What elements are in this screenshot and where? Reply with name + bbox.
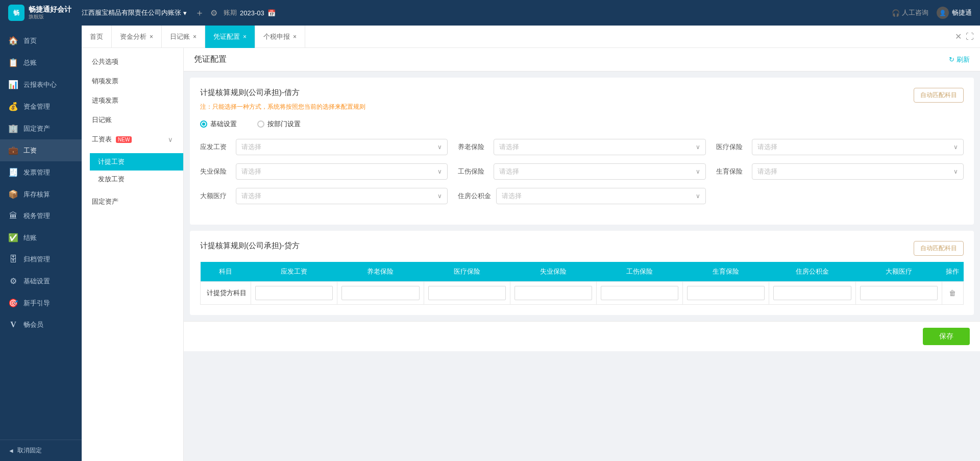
home-icon: 🏠: [8, 36, 18, 45]
calendar-icon[interactable]: 📅: [267, 9, 276, 17]
tab-tax-declare[interactable]: 个税申报 ×: [255, 26, 305, 48]
form-item-pension: 养老保险 请选择 ∨: [458, 139, 705, 155]
tab-voucher-config[interactable]: 凭证配置 ×: [205, 26, 255, 48]
close-tab-tax-declare[interactable]: ×: [293, 33, 297, 40]
sidebar-item-asset[interactable]: 🏢 固定资产: [0, 117, 82, 139]
add-icon[interactable]: ＋: [195, 7, 204, 19]
cell-injury: [597, 282, 683, 305]
col-large-medical: 大额医疗: [855, 262, 942, 282]
credit-table-header: 科目 应发工资 养老保险 医疗保险 失业保险 工伤保险 生育保险 住房公积金 大…: [201, 262, 964, 282]
left-menu-pay-salary[interactable]: 发放工资: [90, 171, 183, 188]
sidebar-item-inventory[interactable]: 📦 库存核算: [0, 183, 82, 205]
sidebar: 🏠 首页 📋 总账 📊 云报表中心 💰 资金管理 🏢 固定资产 💼 工资 🧾 发…: [0, 26, 82, 461]
sidebar-item-guide[interactable]: 🎯 新手引导: [0, 292, 82, 314]
service-button[interactable]: 🎧 人工咨询: [892, 8, 928, 17]
sidebar-item-member[interactable]: V 畅会员: [0, 314, 82, 335]
save-button[interactable]: 保存: [923, 328, 970, 345]
credit-auto-match-button[interactable]: 自动匹配科目: [914, 241, 964, 256]
large-medical-select[interactable]: 请选择 ∨: [236, 188, 448, 204]
delete-row-button[interactable]: 🗑: [949, 289, 956, 297]
cell-maternity-input[interactable]: [687, 286, 765, 300]
left-menu-public[interactable]: 公共选项: [82, 52, 183, 71]
cell-housing: [769, 282, 855, 305]
radio-dept-setting[interactable]: 按部门设置: [257, 119, 301, 129]
pension-select[interactable]: 请选择 ∨: [494, 139, 705, 155]
fullscreen-icon[interactable]: ⛶: [966, 32, 974, 41]
refresh-button[interactable]: ↻ 刷新: [949, 55, 970, 64]
sidebar-label-inventory: 库存核算: [23, 190, 50, 199]
left-menu-payroll-table[interactable]: 工资表 NEW ∨: [82, 130, 183, 149]
tax-icon: 🏛: [8, 211, 18, 221]
injury-select[interactable]: 请选择 ∨: [494, 163, 705, 180]
sidebar-item-report[interactable]: 📊 云报表中心: [0, 74, 82, 95]
sidebar-item-ledger[interactable]: 📋 总账: [0, 52, 82, 74]
sidebar-item-salary[interactable]: 💼 工资: [0, 139, 82, 161]
left-menu-purchase-invoice[interactable]: 进项发票: [82, 91, 183, 110]
sidebar-label-asset: 固定资产: [23, 124, 50, 133]
col-pension: 养老保险: [337, 262, 424, 282]
close-tab-fund-analysis[interactable]: ×: [150, 33, 153, 40]
avatar: 👤: [937, 7, 949, 19]
inventory-icon: 📦: [8, 189, 18, 199]
left-menu-payroll-table-label: 工资表: [92, 135, 112, 144]
left-menu-sales-invoice[interactable]: 销项发票: [82, 71, 183, 91]
cell-pension-input[interactable]: [341, 286, 419, 300]
cell-medical-input[interactable]: [428, 286, 506, 300]
sidebar-label-fund: 资金管理: [23, 102, 50, 111]
col-maternity: 生育保险: [683, 262, 769, 282]
pension-label: 养老保险: [458, 142, 488, 152]
topbar: 畅 畅捷通好会计 旗舰版 江西服宝精品有限责任公司内账张 ▾ ＋ ⚙ 账期 20…: [0, 0, 980, 26]
housing-fund-select[interactable]: 请选择 ∨: [496, 188, 705, 204]
tab-home[interactable]: 首页: [82, 26, 112, 48]
new-badge: NEW: [116, 136, 132, 143]
radio-basic-setting[interactable]: 基础设置: [200, 119, 237, 129]
main-layout: 🏠 首页 📋 总账 📊 云报表中心 💰 资金管理 🏢 固定资产 💼 工资 🧾 发…: [0, 26, 980, 461]
cell-large-medical-input[interactable]: [860, 286, 938, 300]
maternity-select[interactable]: 请选择 ∨: [752, 163, 964, 180]
invoice-icon: 🧾: [8, 167, 18, 177]
topbar-right: 🎧 人工咨询 👤 畅捷通: [892, 7, 972, 19]
tab-journal[interactable]: 日记账 ×: [162, 26, 205, 48]
cell-pension: [337, 282, 424, 305]
app-edition: 旗舰版: [29, 13, 71, 20]
sidebar-label-report: 云报表中心: [23, 80, 57, 89]
sidebar-item-tax[interactable]: 🏛 税务管理: [0, 205, 82, 227]
close-tab-journal[interactable]: ×: [193, 33, 197, 40]
salary-label: 应发工资: [200, 142, 231, 152]
cancel-pin-button[interactable]: ◄ 取消固定: [0, 440, 82, 461]
left-menu-sales-invoice-label: 销项发票: [92, 77, 118, 86]
close-all-tabs-icon[interactable]: ✕: [955, 32, 962, 41]
gear-icon[interactable]: ⚙: [210, 8, 217, 18]
refresh-icon: ↻: [949, 56, 954, 63]
unemployment-label: 失业保险: [200, 167, 231, 176]
close-tab-voucher-config[interactable]: ×: [243, 33, 247, 40]
sidebar-item-fund[interactable]: 💰 资金管理: [0, 95, 82, 117]
medical-select[interactable]: 请选择 ∨: [752, 139, 964, 155]
tab-fund-analysis[interactable]: 资金分析 ×: [112, 26, 162, 48]
sidebar-item-settings[interactable]: ⚙ 基础设置: [0, 270, 82, 292]
sidebar-item-invoice[interactable]: 🧾 发票管理: [0, 161, 82, 183]
cell-injury-input[interactable]: [601, 286, 678, 300]
cell-unemployment-input[interactable]: [514, 286, 592, 300]
unemployment-select[interactable]: 请选择 ∨: [236, 163, 448, 180]
medical-placeholder: 请选择: [757, 142, 777, 152]
debit-auto-match-button[interactable]: 自动匹配科目: [914, 88, 964, 103]
credit-section-title: 计提核算规则(公司承担)-贷方: [200, 241, 300, 251]
sidebar-label-settings: 基础设置: [23, 277, 50, 286]
left-menu-journal[interactable]: 日记账: [82, 110, 183, 130]
left-menu-accrue-salary[interactable]: 计提工资: [90, 153, 183, 171]
cell-salary-input[interactable]: [255, 286, 333, 300]
sidebar-item-archive[interactable]: 🗄 归档管理: [0, 249, 82, 270]
app-name: 畅捷通好会计: [29, 5, 71, 14]
sidebar-item-close[interactable]: ✅ 结账: [0, 227, 82, 249]
company-selector[interactable]: 江西服宝精品有限责任公司内账张 ▾: [82, 8, 187, 17]
salary-select[interactable]: 请选择 ∨: [236, 139, 448, 155]
cell-housing-input[interactable]: [773, 286, 851, 300]
sidebar-label-archive: 归档管理: [23, 255, 50, 264]
credit-table-header-row: 科目 应发工资 养老保险 医疗保险 失业保险 工伤保险 生育保险 住房公积金 大…: [201, 262, 964, 282]
user-menu[interactable]: 👤 畅捷通: [937, 7, 972, 19]
left-menu-fixed-assets[interactable]: 固定资产: [82, 192, 183, 211]
cell-medical: [424, 282, 510, 305]
col-injury: 工伤保险: [597, 262, 683, 282]
sidebar-item-home[interactable]: 🏠 首页: [0, 30, 82, 52]
